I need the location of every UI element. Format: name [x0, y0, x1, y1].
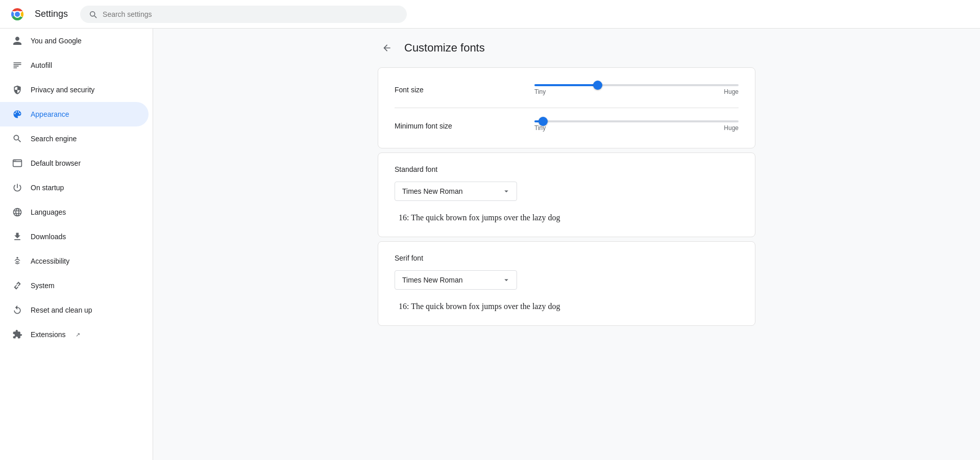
sidebar-item-you-and-google[interactable]: You and Google: [0, 29, 149, 53]
font-size-tiny-label: Tiny: [534, 88, 546, 95]
system-icon: [12, 280, 22, 291]
standard-font-select-wrap: Times New Roman Arial Georgia Verdana Co…: [395, 182, 517, 201]
sidebar-item-search-engine[interactable]: Search engine: [0, 126, 149, 151]
font-size-label: Font size: [395, 86, 486, 94]
power-icon: [12, 183, 22, 193]
person-icon: [12, 36, 22, 46]
sidebar-item-extensions[interactable]: Extensions ↗: [0, 322, 149, 347]
sidebar-item-label: System: [31, 282, 55, 290]
shield-icon: [12, 85, 22, 95]
font-size-slider-container: Tiny Huge: [534, 84, 739, 95]
sidebar-item-label: Extensions: [31, 330, 65, 339]
min-font-size-huge-label: Huge: [724, 124, 739, 132]
sidebar-item-label: Privacy and security: [31, 86, 94, 94]
sidebar-item-system[interactable]: System: [0, 273, 149, 298]
sidebar-item-default-browser[interactable]: Default browser: [0, 151, 149, 175]
sidebar-item-label: Reset and clean up: [31, 306, 92, 314]
search-bar: [80, 6, 407, 23]
sidebar-item-on-startup[interactable]: On startup: [0, 175, 149, 200]
page-title: Customize fonts: [404, 41, 485, 55]
back-arrow-icon: [382, 43, 392, 53]
sidebar-item-reset-clean-up[interactable]: Reset and clean up: [0, 298, 149, 322]
sidebar-item-autofill[interactable]: Autofill: [0, 53, 149, 78]
min-font-size-slider[interactable]: [534, 120, 739, 122]
sidebar-item-label: Accessibility: [31, 257, 69, 265]
font-size-labels: Tiny Huge: [534, 88, 739, 95]
chrome-logo: [8, 5, 27, 23]
svg-point-2: [15, 12, 20, 17]
sidebar-item-label: Default browser: [31, 159, 81, 167]
accessibility-icon: [12, 256, 22, 266]
svg-point-6: [16, 257, 18, 259]
palette-icon: [12, 109, 22, 119]
sidebar-item-label: Languages: [31, 208, 66, 216]
external-link-icon: ↗: [76, 331, 80, 338]
app-title: Settings: [35, 9, 68, 19]
serif-font-select[interactable]: Times New Roman Arial Georgia Verdana Co…: [395, 270, 517, 290]
sidebar: You and Google Autofill Privacy and secu…: [0, 29, 153, 460]
browser-icon: [12, 158, 22, 168]
sidebar-item-accessibility[interactable]: Accessibility: [0, 249, 149, 273]
min-font-size-row: Minimum font size Tiny Huge: [395, 116, 739, 136]
sidebar-item-downloads[interactable]: Downloads: [0, 224, 149, 249]
min-font-size-tiny-label: Tiny: [534, 124, 546, 132]
standard-font-section: Standard font Times New Roman Arial Geor…: [378, 152, 755, 237]
sidebar-item-label: Search engine: [31, 135, 77, 143]
font-size-huge-label: Huge: [724, 88, 739, 95]
autofill-icon: [12, 60, 22, 70]
serif-font-select-wrap: Times New Roman Arial Georgia Verdana Co…: [395, 270, 517, 290]
min-font-size-slider-container: Tiny Huge: [534, 120, 739, 132]
search-input[interactable]: [103, 10, 399, 18]
svg-point-4: [14, 160, 15, 161]
page-header: Customize fonts: [357, 29, 776, 67]
sidebar-item-privacy-security[interactable]: Privacy and security: [0, 78, 149, 102]
content-area: Customize fonts Font size Tiny Huge: [153, 29, 980, 460]
font-size-section: Font size Tiny Huge Minimum font size: [378, 67, 755, 148]
min-font-size-label: Minimum font size: [395, 122, 486, 130]
globe-icon: [12, 207, 22, 217]
sidebar-item-label: Autofill: [31, 61, 52, 69]
extensions-icon: [12, 329, 22, 340]
sidebar-item-label: Downloads: [31, 233, 66, 241]
font-size-row: Font size Tiny Huge: [395, 80, 739, 99]
sidebar-item-label: Appearance: [31, 110, 69, 118]
search-icon: [88, 10, 97, 19]
sidebar-item-label: On startup: [31, 184, 64, 192]
min-font-size-labels: Tiny Huge: [534, 124, 739, 132]
divider: [395, 108, 739, 108]
sidebar-item-label: You and Google: [31, 37, 82, 45]
back-button[interactable]: [378, 39, 396, 57]
standard-font-select[interactable]: Times New Roman Arial Georgia Verdana Co…: [395, 182, 517, 201]
serif-font-preview: 16: The quick brown fox jumps over the l…: [395, 298, 739, 313]
svg-point-5: [15, 160, 16, 161]
reset-icon: [12, 305, 22, 315]
serif-font-section: Serif font Times New Roman Arial Georgia…: [378, 241, 755, 326]
download-icon: [12, 232, 22, 242]
serif-font-label: Serif font: [395, 254, 739, 262]
standard-font-preview: 16: The quick brown fox jumps over the l…: [395, 209, 739, 224]
standard-font-label: Standard font: [395, 165, 739, 173]
sidebar-item-appearance[interactable]: Appearance: [0, 102, 149, 126]
sidebar-item-languages[interactable]: Languages: [0, 200, 149, 224]
search-icon: [12, 134, 22, 144]
font-size-slider[interactable]: [534, 84, 739, 86]
